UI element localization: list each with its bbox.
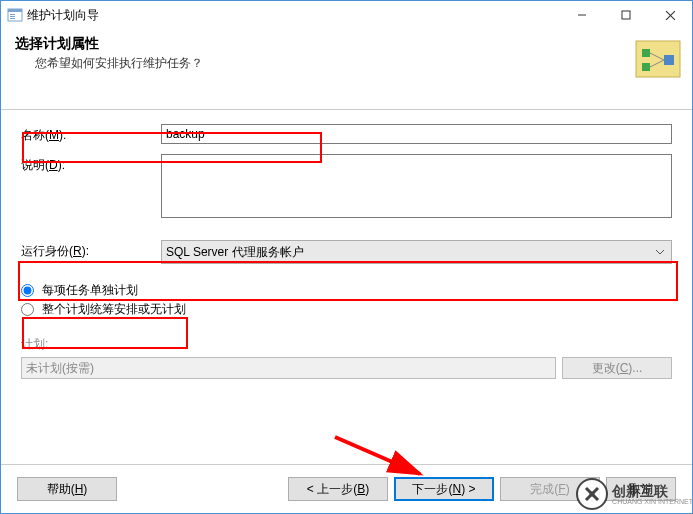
watermark-logo-icon <box>576 478 608 510</box>
runas-value: SQL Server 代理服务帐户 <box>166 244 304 261</box>
wizard-icon <box>634 35 682 83</box>
radio-single-input[interactable] <box>21 303 34 316</box>
svg-rect-12 <box>664 55 674 65</box>
minimize-button[interactable] <box>560 1 604 29</box>
wizard-window: 维护计划向导 选择计划属性 您希望如何安排执行维护任务？ <box>0 0 693 514</box>
watermark: 创新互联 CHUANG XIN INTERNET <box>576 478 693 510</box>
next-button[interactable]: 下一步(N) > <box>394 477 494 501</box>
content-area: 名称(M): 说明(D): 运行身份(R): SQL Server 代理服务帐户… <box>1 110 692 464</box>
description-label: 说明(D): <box>21 154 161 174</box>
svg-rect-10 <box>642 49 650 57</box>
schedule-readout: 未计划(按需) <box>21 357 556 379</box>
name-input[interactable] <box>161 124 672 144</box>
schedule-block: 计划: 未计划(按需) 更改(C)... <box>21 336 672 379</box>
schedule-mode-group: 每项任务单独计划 整个计划统筹安排或无计划 <box>21 282 672 318</box>
app-icon <box>7 7 23 23</box>
name-label: 名称(M): <box>21 124 161 144</box>
runas-combobox[interactable]: SQL Server 代理服务帐户 <box>161 240 672 264</box>
description-input[interactable] <box>161 154 672 218</box>
svg-rect-2 <box>10 14 15 15</box>
chevron-down-icon <box>655 249 665 255</box>
svg-rect-6 <box>622 11 630 19</box>
runas-label: 运行身份(R): <box>21 240 161 260</box>
svg-rect-4 <box>10 18 15 19</box>
titlebar: 维护计划向导 <box>1 1 692 29</box>
wizard-header: 选择计划属性 您希望如何安排执行维护任务？ <box>1 29 692 110</box>
maximize-button[interactable] <box>604 1 648 29</box>
close-button[interactable] <box>648 1 692 29</box>
svg-rect-3 <box>10 16 15 17</box>
radio-single-schedule[interactable]: 整个计划统筹安排或无计划 <box>21 301 672 318</box>
window-title: 维护计划向导 <box>27 7 99 24</box>
help-button[interactable]: 帮助(H) <box>17 477 117 501</box>
svg-rect-11 <box>642 63 650 71</box>
page-heading: 选择计划属性 <box>15 35 634 53</box>
schedule-label: 计划: <box>21 336 672 353</box>
svg-point-16 <box>590 492 595 497</box>
svg-rect-1 <box>8 9 22 12</box>
change-schedule-button: 更改(C)... <box>562 357 672 379</box>
page-subtext: 您希望如何安排执行维护任务？ <box>35 55 634 72</box>
back-button[interactable]: < 上一步(B) <box>288 477 388 501</box>
radio-separate-schedule[interactable]: 每项任务单独计划 <box>21 282 672 299</box>
radio-separate-input[interactable] <box>21 284 34 297</box>
